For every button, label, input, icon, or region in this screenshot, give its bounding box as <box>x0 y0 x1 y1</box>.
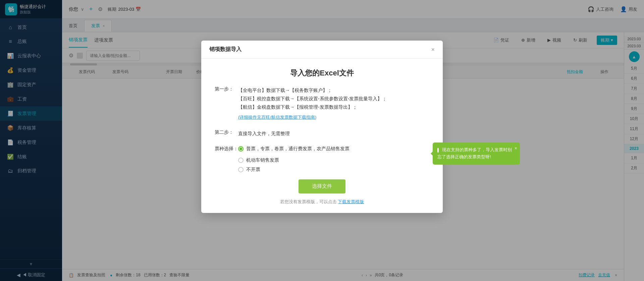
download-template-link[interactable]: 下载发票模版 <box>338 199 364 204</box>
radio-normal-circle <box>238 146 244 152</box>
tooltip-close-button[interactable]: × <box>515 145 517 152</box>
modal-header: 销项数据导入 × <box>201 41 443 59</box>
ticket-label-row: 票种选择： 普票，专票，卷票，通行费发票，农产品销售发票 × 现在支持的票种多了… <box>215 146 429 152</box>
select-file-button[interactable]: 选择文件 <box>299 179 345 193</box>
step1-guide-link[interactable]: (详细操作见百旺/航信发票数据下载指南) <box>238 114 316 119</box>
step2-content: 直接导入文件，无需整理 <box>238 129 290 138</box>
tooltip-bubble: × 现在支持的票种多了，导入发票时别忘了选择正确的发票类型呀! <box>433 143 520 165</box>
modal-title: 销项数据导入 <box>209 46 241 53</box>
radio-normal-ticket[interactable]: 普票，专票，卷票，通行费发票，农产品销售发票 <box>238 146 350 152</box>
step-2: 第二步： 直接导入文件，无需整理 <box>215 129 429 140</box>
modal-body: 导入您的Excel文件 第一步： 【全电平台】数据下载→【税务数字账户】； 【百… <box>201 59 443 213</box>
step2-label: 第二步： <box>215 129 238 135</box>
import-modal: 销项数据导入 × 导入您的Excel文件 第一步： 【全电平台】数据下载→【税务… <box>201 41 443 213</box>
ticket-label: 票种选择： <box>215 146 238 152</box>
modal-footer: 若您没有发票模版，可以点击 下载发票模版 <box>215 199 429 205</box>
step1-content: 【全电平台】数据下载→【税务数字账户】； 【百旺】税控盘数据下载→【系统设置-系… <box>238 86 387 121</box>
step-1: 第一步： 【全电平台】数据下载→【税务数字账户】； 【百旺】税控盘数据下载→【系… <box>215 86 429 123</box>
step2-row: 第二步： 直接导入文件，无需整理 <box>215 129 429 138</box>
modal-close-button[interactable]: × <box>431 46 435 52</box>
radio-motor-circle <box>238 158 244 163</box>
step1-label: 第一步： <box>215 86 238 92</box>
radio-motor-ticket[interactable]: 机动车销售发票 <box>238 157 429 163</box>
step1-row: 第一步： 【全电平台】数据下载→【税务数字账户】； 【百旺】税控盘数据下载→【系… <box>215 86 429 121</box>
radio-no-ticket[interactable]: 不开票 <box>238 167 429 173</box>
modal-main-title: 导入您的Excel文件 <box>215 68 429 78</box>
radio-no-circle <box>238 167 244 172</box>
ticket-selection: 票种选择： 普票，专票，卷票，通行费发票，农产品销售发票 × 现在支持的票种多了… <box>215 146 429 173</box>
